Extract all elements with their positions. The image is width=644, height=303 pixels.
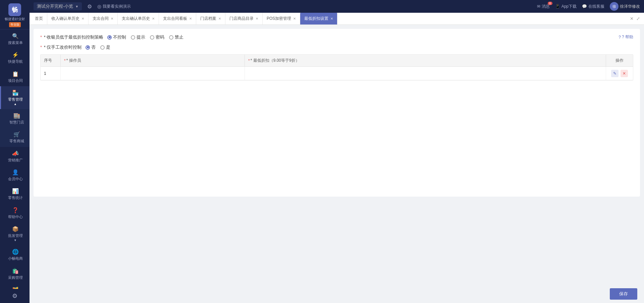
tab-contract[interactable]: 支出合同 ✕ — [89, 13, 118, 25]
shortcut-nav-icon: ⚡ — [12, 52, 19, 58]
sidebar-label-member: 会员中心 — [8, 176, 23, 181]
topbar: 测试分开完程-小览 ▼ ⚙ ◎ 我要看实例演示 ✉ 消息 8 📱 App下载 💬… — [30, 0, 644, 13]
tab-min-discount-close[interactable]: ✕ — [330, 17, 333, 20]
marketing-nav-icon: 📣 — [12, 150, 19, 157]
user-profile-button[interactable]: 徐 徐泽华修改 — [610, 2, 640, 11]
tab-income-confirm-close[interactable]: ✕ — [82, 17, 84, 20]
logo-icon: 畅 — [8, 3, 21, 16]
tab-contract-board[interactable]: 支出合同看板 ✕ — [159, 13, 196, 25]
manual-control-text: * 仅手工改价时控制 — [44, 45, 82, 50]
radio-password[interactable] — [150, 35, 154, 40]
username-label: 徐泽华修改 — [620, 4, 640, 9]
help-link[interactable]: ? ? 帮助 — [619, 34, 633, 40]
smart-store-nav-icon: 🏬 — [13, 112, 20, 119]
radio-forbid[interactable] — [169, 35, 173, 40]
required-star-1: * — [40, 35, 42, 40]
avatar: 徐 — [610, 2, 619, 11]
control-strategy-text: * 收银员低于最低折扣控制策略 — [44, 35, 104, 40]
tab-store-goods[interactable]: 门店商品目录 ✕ — [225, 13, 263, 25]
message-icon: ✉ — [537, 4, 540, 9]
close-all-tabs-icon[interactable]: ✕ — [630, 16, 634, 21]
online-store-nav-icon: 🛒 — [13, 131, 20, 138]
th-discount-required-star: * — [248, 58, 250, 63]
td-seq-1: 1 — [41, 67, 61, 80]
sidebar-item-retail-stat[interactable]: 📊 零售统计 — [0, 185, 30, 203]
sidebar-item-smart-store[interactable]: 🏬 智慧门店 — [0, 109, 30, 128]
tab-contract-board-close[interactable]: ✕ — [189, 17, 192, 20]
tab-home-label: 首页 — [35, 16, 43, 21]
sidebar-item-wholesale[interactable]: 📦 批发管理 ▼ — [0, 222, 30, 245]
save-button[interactable]: 保存 — [610, 288, 637, 300]
tab-store-file-close[interactable]: ✕ — [218, 17, 221, 20]
customer-service-button[interactable]: 💬 在线客服 — [582, 4, 604, 9]
edit-button-1[interactable]: ✎ — [611, 70, 619, 77]
app-download-button[interactable]: 📱 App下载 — [555, 4, 577, 9]
th-discount: * * 最低折扣（9.00等于9折） — [245, 55, 606, 66]
option-yes[interactable]: 是 — [100, 44, 110, 50]
app-label: App下载 — [561, 4, 577, 9]
option-remind[interactable]: 提示 — [131, 34, 145, 40]
manual-control-row: * * 仅手工改价时控制 否 是 — [40, 44, 633, 50]
help-nav-icon: ❓ — [12, 207, 19, 213]
tab-payment-confirm[interactable]: 支出确认单历史 ✕ — [118, 13, 159, 25]
seq-value-1: 1 — [44, 71, 46, 76]
sidebar-bottom: ⚙ — [12, 289, 17, 303]
sidebar-label-retail-stat: 零售统计 — [8, 195, 23, 200]
topbar-right: ✉ 消息 8 📱 App下载 💬 在线客服 徐 徐泽华修改 — [537, 2, 640, 11]
sidebar-item-inventory[interactable]: 🗂️ 库存核算 — [0, 283, 30, 289]
radio-yes[interactable] — [100, 45, 105, 50]
tab-income-confirm-label: 收入确认单历史 — [51, 16, 79, 21]
option-no-control[interactable]: 不控制 — [107, 34, 126, 40]
delete-button-1[interactable]: ✕ — [621, 70, 628, 77]
sidebar-item-search[interactable]: 🔍 搜索菜单 — [0, 30, 30, 48]
sidebar-item-marketing[interactable]: 📣 营销推广 — [0, 147, 30, 166]
manual-control-options: 否 是 — [86, 44, 110, 50]
topbar-settings-icon[interactable]: ⚙ — [87, 3, 92, 10]
search-nav-icon: 🔍 — [12, 33, 19, 39]
radio-no[interactable] — [86, 45, 90, 50]
sidebar-label-marketing: 营销推广 — [8, 158, 23, 162]
tab-store-goods-close[interactable]: ✕ — [256, 17, 258, 20]
sidebar-item-ecommerce[interactable]: 🌐 小畅电商 — [0, 245, 30, 264]
sidebar-item-shortcut[interactable]: ⚡ 快捷导航 — [0, 48, 30, 67]
project-selector[interactable]: 测试分开完程-小览 ▼ — [34, 2, 82, 10]
radio-remind[interactable] — [131, 35, 135, 40]
sidebar-logo: 畅 畅捷通好业财 专业版 — [0, 0, 30, 30]
settings-icon[interactable]: ⚙ — [12, 292, 17, 300]
demo-link[interactable]: ◎ 我要看实例演示 — [97, 4, 131, 9]
sidebar-label-retail: 零售管理 — [8, 97, 23, 102]
member-nav-icon: 👤 — [12, 169, 19, 175]
tab-income-confirm[interactable]: 收入确认单历史 ✕ — [47, 13, 89, 25]
tab-pos-manage-close[interactable]: ✕ — [293, 17, 296, 20]
th-discount-label: * 最低折扣（9.00等于9折） — [251, 58, 300, 63]
sidebar-item-help[interactable]: ❓ 帮助中心 — [0, 204, 30, 222]
sidebar-item-retail[interactable]: 🏪 零售管理 ▲ — [0, 86, 30, 109]
pro-badge: 专业版 — [9, 22, 21, 27]
tab-store-file-label: 门店档案 — [200, 16, 216, 21]
sidebar-item-member[interactable]: 👤 会员中心 — [0, 166, 30, 185]
tab-min-discount[interactable]: 最低折扣设置 ✕ — [300, 13, 337, 25]
sidebar-item-project[interactable]: 📋 项目合同 — [0, 67, 30, 86]
option-forbid[interactable]: 禁止 — [169, 34, 183, 40]
tab-payment-confirm-close[interactable]: ✕ — [152, 17, 155, 20]
tab-home[interactable]: 首页 — [31, 13, 47, 25]
tab-contract-label: 支出合同 — [93, 16, 109, 21]
option-password[interactable]: 密码 — [150, 34, 164, 40]
th-seq: 序号 — [41, 55, 61, 66]
radio-no-control[interactable] — [107, 35, 112, 40]
sidebar-item-online-store[interactable]: 🛒 零售商城 — [0, 128, 30, 147]
control-strategy-row: * * 收银员低于最低折扣控制策略 不控制 提示 密码 — [40, 34, 633, 40]
message-button[interactable]: ✉ 消息 8 — [537, 4, 550, 9]
expand-tabs-icon[interactable]: ⤢ — [636, 16, 640, 21]
tab-contract-close[interactable]: ✕ — [111, 17, 113, 20]
tab-contract-board-label: 支出合同看板 — [163, 16, 187, 21]
tab-pos-manage[interactable]: POS加密管理 ✕ — [263, 13, 300, 25]
bottom-bar: 保存 — [30, 285, 644, 303]
option-no[interactable]: 否 — [86, 44, 96, 50]
th-required-star: * — [64, 58, 66, 63]
sidebar-label-purchase: 采购管理 — [8, 275, 23, 280]
wholesale-expand-icon: ▼ — [14, 239, 17, 242]
sidebar-label-search: 搜索菜单 — [8, 40, 23, 45]
tab-store-file[interactable]: 门店档案 ✕ — [196, 13, 225, 25]
sidebar-item-purchase[interactable]: 🛍️ 采购管理 — [0, 264, 30, 283]
